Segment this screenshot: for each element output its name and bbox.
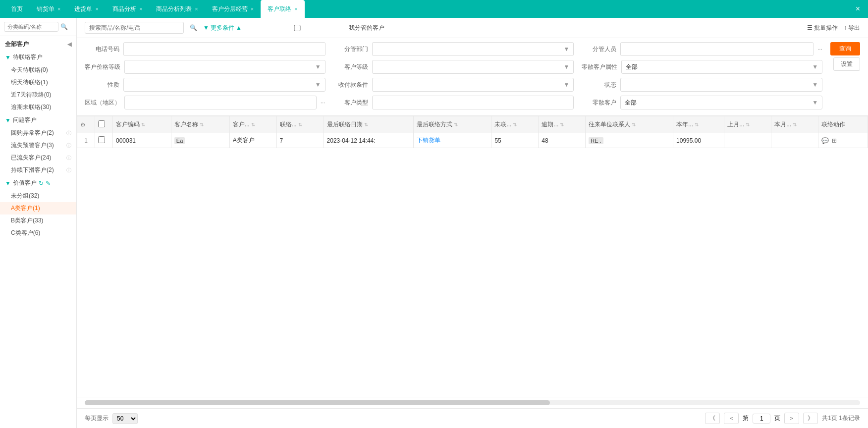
group-problem-customers[interactable]: ▼ 问题客户 [0, 113, 76, 127]
refresh-value-icon[interactable]: ↻ [39, 180, 44, 187]
sidebar-item-c-class[interactable]: C类客户(6) [0, 227, 76, 239]
close-product-analysis[interactable]: × [139, 6, 142, 12]
close-customer-segment[interactable]: × [251, 6, 254, 12]
price-level-select[interactable]: ▼ [124, 60, 326, 74]
region-input[interactable] [124, 96, 317, 109]
my-customer-checkbox-label[interactable]: 我分管的客户 [248, 24, 384, 32]
scrollbar-thumb[interactable] [85, 400, 550, 405]
table-gear-icon[interactable]: ⚙ [80, 121, 86, 128]
th-last-month[interactable]: 上月... ⇅ [724, 116, 771, 133]
close-customer-contact[interactable]: × [294, 6, 297, 12]
region-more-icon[interactable]: ··· [321, 99, 326, 106]
info-icon-repurchase: ⓘ [66, 130, 71, 137]
nav-product-analysis-list[interactable]: 商品分析列表 × [149, 0, 205, 18]
row-this-year: 10995.00 [673, 133, 724, 148]
sidebar-item-a-class[interactable]: A类客户(1) [0, 202, 76, 214]
page-number-input[interactable] [753, 414, 770, 424]
filter-cell-price-level: 客户价格等级 ▼ [85, 60, 326, 74]
sidebar-item-declining[interactable]: 持续下滑客户(2) ⓘ [0, 164, 76, 176]
next-page-button[interactable]: ＞ [784, 413, 799, 424]
th-customer-code[interactable]: 客户编码 ⇅ [113, 116, 171, 133]
sidebar-item-churn-warning[interactable]: 流失预警客户(3) ⓘ [0, 139, 76, 152]
nav-customer-contact[interactable]: 客户联络 × [261, 0, 304, 18]
prev-page-button[interactable]: ＜ [724, 413, 739, 424]
export-button[interactable]: ↑ 导出 [844, 24, 860, 32]
th-overdue[interactable]: 逾期... ⇅ [539, 116, 586, 133]
row-checkbox[interactable] [98, 136, 105, 143]
th-customer-type[interactable]: 客户... ⇅ [229, 116, 276, 133]
th-last-contact-method[interactable]: 最后联络方式 ⇅ [414, 116, 491, 133]
search-button[interactable]: 🔍 [190, 24, 197, 31]
person-more-icon[interactable]: ··· [817, 46, 822, 53]
batch-operation-button[interactable]: ☰ 批量操作 [807, 24, 838, 32]
sidebar-search-input[interactable] [4, 22, 58, 32]
last-contact-method-link[interactable]: 下销货单 [417, 137, 440, 144]
sidebar-item-overdue-contact[interactable]: 逾期未联络(30) [0, 101, 76, 113]
sidebar-item-today-pending[interactable]: 今天待联络(0) [0, 64, 76, 76]
main-content: 🔍 ▼ 更多条件 ▲ 我分管的客户 ☰ 批量操作 ↑ 导出 [77, 18, 868, 428]
nav-purchase-order[interactable]: 进货单 × [67, 0, 105, 18]
window-close-button[interactable]: × [852, 4, 864, 13]
close-sales-order[interactable]: × [57, 6, 60, 12]
nav-home[interactable]: 首页 [4, 0, 30, 18]
nav-customer-segment[interactable]: 客户分层经营 × [205, 0, 261, 18]
person-input[interactable] [620, 42, 814, 56]
chat-action-icon[interactable]: 💬 [821, 137, 829, 144]
th-customer-name[interactable]: 客户名称 ⇅ [171, 116, 229, 133]
sort-last-month-icon: ⇅ [746, 122, 750, 127]
query-button[interactable]: 查询 [830, 42, 860, 55]
edit-value-icon[interactable]: ✎ [46, 180, 51, 187]
horizontal-scrollbar[interactable] [85, 400, 860, 405]
th-this-year[interactable]: 本年... ⇅ [673, 116, 724, 133]
search-input[interactable] [85, 22, 184, 34]
sort-last-contact-date-icon: ⇅ [364, 122, 368, 127]
sidebar-item-7day-pending[interactable]: 近7天待联络(0) [0, 89, 76, 101]
nav-product-analysis[interactable]: 商品分析 × [106, 0, 149, 18]
settings-button[interactable]: 设置 [833, 57, 860, 71]
last-page-button[interactable]: 》 [803, 413, 818, 424]
more-filter-button[interactable]: ▼ 更多条件 ▲ [203, 24, 242, 32]
filter-cell-cust-level: 客户等级 ▼ [333, 60, 574, 74]
row-contact-person: RE . [586, 133, 673, 148]
sidebar-item-tomorrow-pending[interactable]: 明天待联络(1) [0, 76, 76, 89]
th-contact-person[interactable]: 往来单位联系人 ⇅ [586, 116, 673, 133]
th-this-month[interactable]: 本月... ⇅ [771, 116, 818, 133]
sidebar-item-repurchase-abnormal[interactable]: 回购异常客户(2) ⓘ [0, 127, 76, 139]
cust-type-input[interactable] [372, 96, 574, 109]
status-chevron-icon: ▼ [812, 81, 818, 88]
th-last-contact-date[interactable]: 最后联络日期 ⇅ [324, 116, 414, 133]
select-all-checkbox[interactable] [98, 120, 105, 127]
sort-this-month-icon: ⇅ [793, 122, 797, 127]
all-customers-header: 全部客户 ◀ [0, 36, 76, 51]
left-sidebar: 🔍 全部客户 ◀ ▼ 待联络客户 今天待联络(0) 明天待联络(1) 近7天待联… [0, 18, 77, 428]
group-value-customers[interactable]: ▼ 价值客户 ↻ ✎ [0, 176, 76, 190]
sidebar-item-b-class[interactable]: B类客户(33) [0, 214, 76, 227]
dept-select[interactable]: ▼ [372, 42, 574, 56]
sidebar-item-ungrouped[interactable]: 未分组(32) [0, 190, 76, 202]
row-last-month [724, 133, 771, 148]
nav-sales-order[interactable]: 销货单 × [30, 0, 67, 18]
sidebar-collapse-icon[interactable]: ◀ [67, 41, 71, 48]
payment-select[interactable]: ▼ [372, 78, 574, 92]
th-contact-count[interactable]: 联络... ⇅ [276, 116, 324, 133]
filter-cell-person: 分管人员 ··· [582, 42, 822, 56]
phone-input[interactable] [123, 42, 326, 56]
nature-select[interactable]: ▼ [123, 78, 326, 92]
page-size-select[interactable]: 50 100 200 [112, 413, 138, 424]
group-pending-contact[interactable]: ▼ 待联络客户 [0, 51, 76, 64]
th-not-contact[interactable]: 未联... ⇅ [491, 116, 539, 133]
close-product-analysis-list[interactable]: × [195, 6, 198, 12]
my-customer-checkbox[interactable] [248, 25, 347, 31]
retail-cust-select[interactable]: 全部 ▼ [620, 96, 822, 109]
first-page-button[interactable]: 《 [705, 413, 720, 424]
sidebar-search-icon[interactable]: 🔍 [60, 23, 68, 30]
status-select[interactable]: ▼ [620, 78, 822, 92]
more-action-icon[interactable]: ⊞ [832, 137, 837, 144]
row-overdue: 48 [539, 133, 586, 148]
retail-attr-select[interactable]: 全部 ▼ [621, 60, 822, 74]
cust-level-select[interactable]: ▼ [372, 60, 574, 74]
close-purchase-order[interactable]: × [95, 6, 98, 12]
sidebar-item-churned[interactable]: 已流失客户(24) ⓘ [0, 152, 76, 164]
info-icon-churn: ⓘ [66, 142, 71, 149]
export-icon: ↑ [844, 24, 847, 31]
